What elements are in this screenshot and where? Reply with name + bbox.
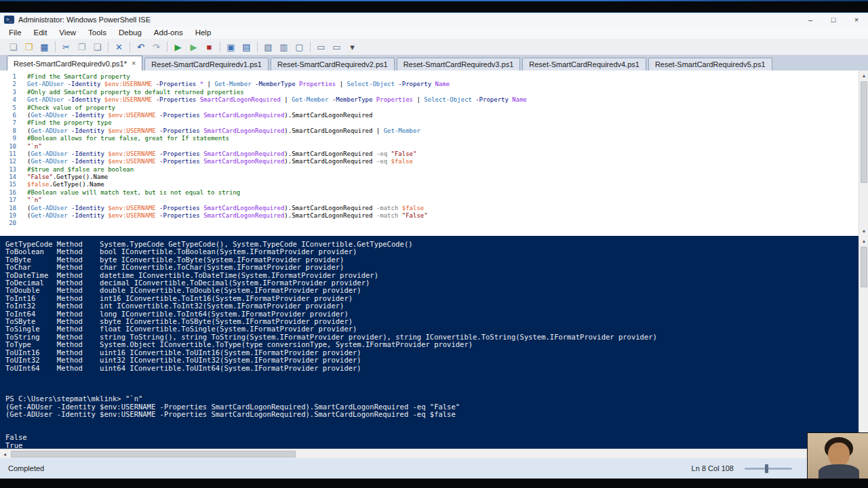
tab-label: Reset-SmartCardRequiredv3.ps1: [403, 60, 514, 68]
editor-line[interactable]: 3#Only add SmartCard property to default…: [0, 89, 868, 96]
editor-line[interactable]: 17"`n": [0, 197, 868, 204]
editor-line[interactable]: 14"False".GetType().Name: [0, 174, 868, 181]
editor-line[interactable]: 1#Find the SmartCard property: [0, 73, 868, 81]
toolbar-separator: [257, 41, 258, 52]
maximize-button[interactable]: □: [822, 13, 845, 26]
console-scroll-thumb[interactable]: [861, 247, 867, 287]
editor-line[interactable]: 13#$true and $false are boolean: [0, 166, 868, 174]
code-text: #Boolean value will match text, but is n…: [27, 189, 240, 197]
editor-line[interactable]: 11(Get-ADUser -Identity $env:USERNAME -P…: [0, 150, 868, 158]
menu-add-ons[interactable]: Add-ons: [148, 26, 189, 39]
code-text: #Boolean allows for true false, great fo…: [27, 135, 229, 142]
tab-script-5[interactable]: Reset-SmartCardRequiredv5.ps1: [648, 58, 772, 70]
editor-scrollbar[interactable]: ▲ ▼: [859, 70, 868, 236]
stop-operation-button[interactable]: ■: [201, 40, 217, 54]
console-pane[interactable]: GetTypeCode Method System.TypeCode GetTy…: [0, 236, 868, 449]
start-powershell-button[interactable]: ▤: [239, 40, 254, 54]
editor-line[interactable]: 2Get-ADUser -Identity $env:USERNAME -Pro…: [0, 81, 868, 88]
code-text: (Get-ADUser -Identity $env:USERNAME -Pro…: [27, 150, 416, 158]
undo-button[interactable]: ↶: [133, 40, 149, 54]
save-button[interactable]: ▦: [37, 40, 52, 54]
menu-debug[interactable]: Debug: [113, 26, 148, 39]
tab-label: Reset-SmartCardRequiredv1.ps1: [151, 60, 262, 68]
paste-button[interactable]: ❑: [90, 40, 105, 54]
toolbar-overflow-button[interactable]: ▾: [344, 40, 360, 54]
cut-button[interactable]: ✂: [58, 40, 74, 54]
script-editor-pane[interactable]: 1#Find the SmartCard property2Get-ADUser…: [0, 70, 868, 236]
line-number: 7: [0, 119, 27, 127]
webcam-overlay: [807, 432, 868, 479]
horizontal-scrollbar[interactable]: ◂ ▸: [0, 449, 868, 458]
editor-scroll-thumb[interactable]: [861, 81, 867, 183]
open-script-button[interactable]: ❒: [21, 40, 37, 54]
code-text: (Get-ADUser -Identity $env:USERNAME -Pro…: [27, 127, 420, 135]
editor-lines: 1#Find the SmartCard property2Get-ADUser…: [0, 70, 868, 228]
editor-line[interactable]: 19(Get-ADUser -Identity $env:USERNAME -P…: [0, 212, 868, 220]
new-script-button[interactable]: ❏: [5, 40, 21, 54]
menu-tools[interactable]: Tools: [82, 26, 113, 39]
editor-line[interactable]: 20: [0, 220, 868, 227]
editor-line[interactable]: 8(Get-ADUser -Identity $env:USERNAME -Pr…: [0, 127, 868, 135]
tab-script-1[interactable]: Reset-SmartCardRequiredv1.ps1: [144, 58, 269, 70]
clear-console-button[interactable]: ✕: [111, 40, 127, 54]
minimize-button[interactable]: –: [799, 13, 822, 26]
redo-button[interactable]: ↷: [149, 40, 164, 54]
menu-edit[interactable]: Edit: [28, 26, 54, 39]
editor-line[interactable]: 7#Find the property type: [0, 119, 868, 127]
editor-line[interactable]: 4Get-ADUser -Identity $env:USERNAME -Pro…: [0, 96, 868, 104]
person-face: [828, 443, 850, 467]
person-body: [818, 464, 859, 479]
editor-line[interactable]: 18(Get-ADUser -Identity $env:USERNAME -P…: [0, 205, 868, 212]
editor-line[interactable]: 16#Boolean value will match text, but is…: [0, 189, 868, 197]
tab-script-2[interactable]: Reset-SmartCardRequiredv2.ps1: [271, 58, 395, 70]
line-number: 6: [0, 112, 27, 119]
copy-button[interactable]: ❐: [74, 40, 90, 54]
script-pane-top-button[interactable]: ▧: [260, 40, 276, 54]
zoom-slider[interactable]: [745, 468, 792, 470]
script-pane-right-button[interactable]: ▥: [276, 40, 292, 54]
line-number: 12: [0, 158, 27, 165]
editor-line[interactable]: 12(Get-ADUser -Identity $env:USERNAME -P…: [0, 158, 868, 165]
editor-line[interactable]: 9#Boolean allows for true false, great f…: [0, 135, 868, 142]
editor-line[interactable]: 10"`n": [0, 143, 868, 150]
console-scrollbar[interactable]: ▲ ▼: [859, 236, 868, 449]
editor-line[interactable]: 5#Check value of property: [0, 104, 868, 112]
horizontal-scroll-thumb[interactable]: [11, 451, 296, 458]
editor-line[interactable]: 6(Get-ADUser -Identity $env:USERNAME -Pr…: [0, 112, 868, 119]
scroll-up-icon[interactable]: ▲: [859, 70, 868, 80]
screen: >_ Administrator: Windows PowerShell ISE…: [0, 0, 868, 488]
menu-file[interactable]: File: [3, 26, 28, 39]
line-number: 17: [0, 197, 27, 204]
show-command-window-button[interactable]: ▭: [313, 40, 329, 54]
close-button[interactable]: ×: [845, 13, 868, 26]
zoom-slider-thumb[interactable]: [765, 464, 768, 473]
tab-script-4[interactable]: Reset-SmartCardRequiredv4.ps1: [522, 58, 646, 70]
scroll-down-icon[interactable]: ▼: [859, 226, 868, 236]
toolbar-separator: [167, 41, 167, 52]
scroll-left-icon[interactable]: ◂: [0, 449, 9, 459]
tab-script-3[interactable]: Reset-SmartCardRequiredv3.ps1: [397, 58, 521, 70]
code-text: #Only add SmartCard property to default …: [27, 89, 244, 96]
code-text: #Find the SmartCard property: [27, 73, 130, 81]
letterbox-bottom: [0, 479, 868, 488]
editor-line[interactable]: 15$false.GetType().Name: [0, 181, 868, 188]
menu-bar: FileEditViewToolsDebugAdd-onsHelp: [0, 26, 868, 39]
code-text: Get-ADUser -Identity $env:USERNAME -Prop…: [27, 96, 527, 104]
code-text: (Get-ADUser -Identity $env:USERNAME -Pro…: [27, 205, 424, 212]
tab-close-icon[interactable]: ×: [132, 60, 136, 67]
line-number: 14: [0, 174, 27, 181]
show-console-button[interactable]: ▭: [329, 40, 344, 54]
code-text: Get-ADUser -Identity $env:USERNAME -Prop…: [27, 81, 450, 88]
menu-help[interactable]: Help: [189, 26, 218, 39]
line-number: 19: [0, 212, 27, 220]
title-bar[interactable]: >_ Administrator: Windows PowerShell ISE…: [0, 12, 868, 26]
run-script-button[interactable]: ▶: [170, 40, 186, 54]
new-remote-tab-button[interactable]: ▣: [223, 40, 239, 54]
code-text: "`n": [27, 197, 42, 204]
tab-script-0[interactable]: Reset-SmartCardRequiredv0.ps1*×: [7, 56, 142, 70]
run-selection-button[interactable]: ▶: [186, 40, 201, 54]
status-bar: Completed Ln 8 Col 108: [0, 458, 868, 479]
script-pane-max-button[interactable]: ▢: [292, 40, 307, 54]
scroll-up-icon[interactable]: ▲: [859, 236, 868, 245]
menu-view[interactable]: View: [53, 26, 82, 39]
